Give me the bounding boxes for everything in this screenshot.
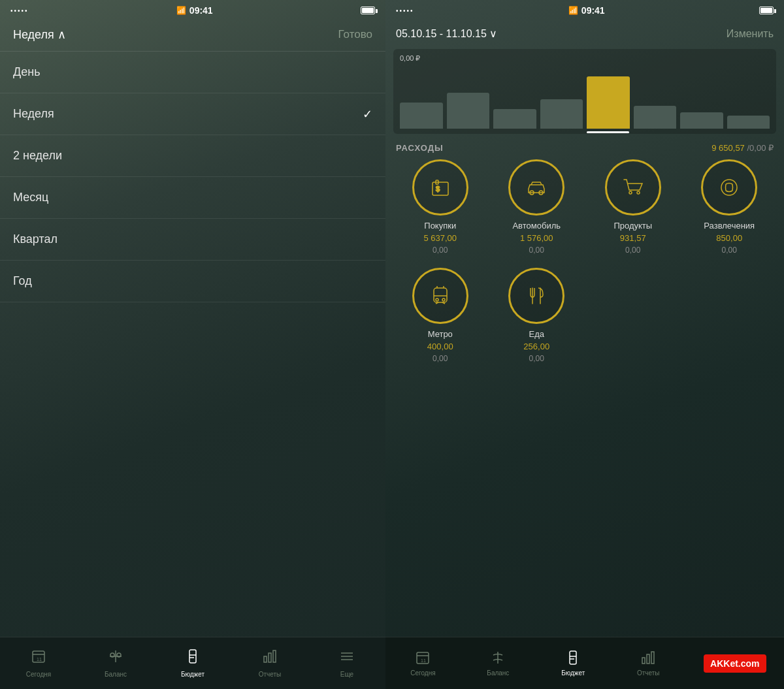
menu-item-two-weeks[interactable]: 2 недели — [0, 135, 385, 177]
left-tab-today[interactable]: 11 Сегодня — [19, 649, 58, 678]
category-shopping[interactable]: $ Покупки 5 637,00 0,00 — [392, 159, 489, 255]
right-tab-bar: 11 Сегодня Баланс Бюджет — [385, 637, 784, 689]
left-signal-dots: ••••• — [10, 7, 29, 14]
category-shopping-circle: $ — [412, 159, 468, 216]
entertainment-spent: 850,00 — [716, 233, 742, 243]
bar-4[interactable] — [540, 99, 583, 129]
right-tab-budget-label: Бюджет — [561, 669, 585, 677]
chart-bars-container — [400, 67, 770, 129]
bar-3[interactable] — [493, 109, 536, 129]
right-header: 05.10.15 - 11.10.15 ∨ Изменить — [385, 21, 784, 49]
bar-7[interactable] — [680, 112, 723, 129]
expenses-header: РАСХОДЫ 9 650,57 /0,00 ₽ — [385, 134, 784, 159]
right-signal-dots: ••••• — [396, 7, 414, 14]
svg-text:11: 11 — [421, 658, 426, 663]
svg-rect-16 — [433, 182, 448, 195]
left-wifi-icon: 📶 — [176, 6, 186, 15]
change-button[interactable]: Изменить — [727, 28, 774, 40]
right-tab-more[interactable]: AKKet.com — [704, 654, 766, 673]
right-tab-budget[interactable]: Бюджет — [553, 650, 593, 677]
food-spent: 256,00 — [523, 342, 549, 351]
metro-icon — [427, 283, 453, 309]
menu-item-day-label: День — [13, 65, 41, 79]
svg-rect-11 — [269, 653, 271, 662]
shopping-icon: $ — [427, 174, 453, 200]
left-battery-icon — [361, 7, 375, 14]
entertainment-budget: 0,00 — [722, 246, 737, 255]
shopping-spent: 5 637,00 — [423, 233, 457, 243]
left-more-icon — [339, 649, 355, 668]
car-budget: 0,00 — [529, 246, 544, 255]
svg-point-21 — [629, 191, 632, 194]
shopping-budget: 0,00 — [433, 246, 448, 255]
menu-item-week-label: Неделя — [13, 107, 54, 121]
food-budget: 0,00 — [529, 354, 544, 363]
menu-item-quarter[interactable]: Квартал — [0, 219, 385, 261]
svg-rect-41 — [642, 658, 645, 664]
left-tab-more-label: Еще — [340, 671, 353, 678]
left-balance-icon — [108, 649, 123, 668]
right-wifi-icon: 📶 — [568, 6, 578, 15]
category-metro[interactable]: Метро 400,00 0,00 — [392, 268, 489, 363]
expenses-budget-separator: /0,00 ₽ — [747, 143, 774, 153]
date-range-button[interactable]: 05.10.15 - 11.10.15 ∨ — [396, 27, 497, 40]
left-tab-reports[interactable]: Отчеты — [250, 649, 289, 678]
right-tab-balance-label: Баланс — [487, 669, 509, 677]
metro-label: Метро — [428, 329, 453, 339]
category-food[interactable]: Еда 256,00 0,00 — [489, 268, 585, 363]
left-time: 09:41 — [189, 5, 213, 16]
chart-zero-label: 0,00 ₽ — [400, 54, 770, 63]
right-reports-icon — [640, 650, 656, 667]
menu-item-day[interactable]: День — [0, 52, 385, 93]
right-tab-today[interactable]: 11 Сегодня — [403, 650, 442, 677]
bar-5-active[interactable] — [587, 76, 630, 129]
right-tab-reports[interactable]: Отчеты — [629, 650, 668, 677]
left-panel: ••••• 📶 09:41 Неделя ∧ Готово День Недел… — [0, 0, 385, 689]
left-status-bar: ••••• 📶 09:41 — [0, 0, 385, 21]
food-label: Еда — [529, 329, 545, 339]
left-tab-bar: 11 Сегодня Баланс Бюджет — [0, 637, 385, 689]
car-icon — [523, 174, 549, 200]
menu-item-year[interactable]: Год — [0, 261, 385, 302]
menu-item-week[interactable]: Неделя ✓ — [0, 93, 385, 135]
svg-point-27 — [442, 298, 445, 301]
bar-8[interactable] — [727, 116, 770, 129]
category-entertainment-circle — [701, 159, 757, 216]
svg-point-26 — [436, 298, 438, 301]
done-button[interactable]: Готово — [338, 28, 373, 41]
category-entertainment[interactable]: Развлечения 850,00 0,00 — [681, 159, 778, 255]
groceries-budget: 0,00 — [625, 246, 640, 255]
left-tab-balance-label: Баланс — [105, 671, 127, 678]
cart-icon — [620, 174, 646, 200]
bar-indicators — [400, 131, 770, 133]
week-checkmark: ✓ — [363, 107, 372, 121]
svg-text:11: 11 — [37, 657, 42, 662]
bar-2[interactable] — [447, 93, 490, 129]
menu-item-month[interactable]: Месяц — [0, 177, 385, 219]
category-groceries-circle — [605, 159, 661, 216]
left-tab-budget[interactable]: Бюджет — [173, 649, 212, 678]
category-car-circle — [508, 159, 564, 216]
svg-rect-38 — [570, 651, 576, 664]
right-status-bar: ••••• 📶 09:41 — [385, 0, 784, 21]
bar-6[interactable] — [634, 106, 677, 129]
svg-point-22 — [637, 191, 640, 194]
left-budget-icon — [185, 649, 201, 668]
category-car[interactable]: Автомобиль 1 576,00 0,00 — [489, 159, 585, 255]
right-tab-today-label: Сегодня — [410, 669, 435, 677]
right-tab-balance[interactable]: Баланс — [478, 650, 517, 677]
car-spent: 1 576,00 — [520, 233, 553, 243]
left-tab-balance[interactable]: Баланс — [96, 649, 135, 678]
left-header-title[interactable]: Неделя ∧ — [13, 27, 66, 42]
budget-chart: 0,00 ₽ — [393, 49, 776, 134]
entertainment-label: Развлечения — [704, 221, 755, 231]
category-groceries[interactable]: Продукты 931,57 0,00 — [585, 159, 681, 255]
left-tab-more[interactable]: Еще — [327, 649, 367, 678]
bar-1[interactable] — [400, 103, 443, 129]
right-budget-icon — [565, 650, 581, 667]
right-today-icon: 11 — [415, 650, 431, 667]
right-battery-icon — [759, 7, 774, 14]
groceries-spent: 931,57 — [620, 233, 646, 243]
left-today-icon: 11 — [31, 649, 46, 668]
entertainment-icon — [716, 174, 742, 200]
